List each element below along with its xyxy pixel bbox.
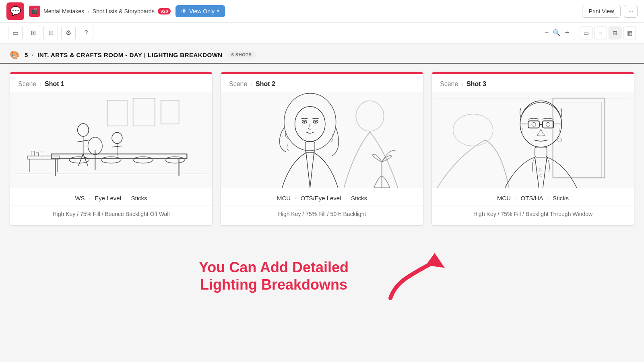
shot-angle-1: Eye Level bbox=[95, 195, 121, 202]
strip-view-button[interactable]: ⊟ bbox=[43, 26, 58, 40]
toolbar: ▭ ⊞ ⊟ ⚙ ? − 🔍 + ▭ ≡ ⊞ ▦ bbox=[0, 23, 644, 43]
shot-card-3: Scene › Shot 3 bbox=[431, 72, 634, 226]
more-options-button[interactable]: ··· bbox=[624, 5, 638, 18]
lighting-notes-1: High Key / 75% Fill / Bounce Backlight O… bbox=[52, 211, 169, 217]
scene-label-1: Scene bbox=[18, 80, 36, 88]
help-button[interactable]: ? bbox=[79, 26, 93, 40]
shots-count-badge: 6 SHOTS bbox=[227, 51, 256, 58]
shot-lighting-1: High Key / 75% Fill / Bounce Backlight O… bbox=[10, 206, 212, 225]
storyboard-sketch-1 bbox=[10, 92, 212, 188]
cta-arrow-icon bbox=[382, 250, 455, 302]
shot-card-header-3: Scene › Shot 3 bbox=[432, 74, 634, 92]
shot-number-label-2: Shot 2 bbox=[256, 80, 275, 88]
svg-rect-38 bbox=[437, 92, 629, 188]
top-bar-right: Print View ··· bbox=[582, 5, 638, 18]
single-view-button[interactable]: ▭ bbox=[8, 26, 23, 40]
version-badge: v20 bbox=[158, 8, 171, 14]
chevron-down-icon: ▾ bbox=[217, 8, 219, 14]
shot-card-header-2: Scene › Shot 2 bbox=[221, 74, 423, 92]
svg-rect-0 bbox=[15, 92, 207, 188]
shots-grid: Scene › Shot 1 bbox=[0, 64, 644, 234]
shot-card-2: Scene › Shot 2 bbox=[221, 72, 423, 226]
shot-meta-3: MCU · OTS/HA · Sticks bbox=[432, 188, 634, 206]
view-mode-list[interactable]: ≡ bbox=[594, 27, 607, 39]
shot-card-header-1: Scene › Shot 1 bbox=[10, 74, 212, 92]
breadcrumb: 🎬 Mental Mistakes › Shot Lists & Storybo… bbox=[29, 6, 171, 17]
svg-rect-28 bbox=[226, 92, 418, 188]
shot-type-1: WS bbox=[75, 195, 85, 202]
project-icon: 🎬 bbox=[29, 6, 40, 17]
cta-section: You Can Add Detailed Lighting Breakdowns bbox=[0, 234, 644, 318]
zoom-controls: − 🔍 + bbox=[545, 29, 569, 37]
storyboard-sketch-2 bbox=[221, 92, 423, 188]
view-mode-single[interactable]: ▭ bbox=[580, 27, 592, 39]
shot-type-2: MCU bbox=[277, 195, 291, 202]
shot-header-separator-3: › bbox=[461, 81, 463, 87]
arrow-container bbox=[382, 250, 455, 302]
cta-text: You Can Add Detailed Lighting Breakdowns bbox=[189, 259, 358, 293]
meta-dot-2b: · bbox=[345, 195, 347, 202]
app-logo-icon: 💬 bbox=[10, 6, 21, 16]
lighting-notes-3: High Key / 75% Fill / Backlight Through … bbox=[473, 211, 592, 217]
svg-point-34 bbox=[303, 121, 305, 123]
meta-dot-1a: · bbox=[89, 195, 91, 202]
meta-dot-1b: · bbox=[125, 195, 127, 202]
toolbar-right: − 🔍 + ▭ ≡ ⊞ ▦ bbox=[545, 27, 636, 39]
view-mode-grid[interactable]: ⊞ bbox=[609, 27, 621, 39]
shot-type-3: MCU bbox=[497, 195, 511, 202]
grid-view-button[interactable]: ⊞ bbox=[26, 26, 40, 40]
shot-image-1 bbox=[10, 92, 212, 188]
shot-equipment-1: Sticks bbox=[131, 195, 147, 202]
shot-angle-2: OTS/Eye Level bbox=[301, 195, 341, 202]
shot-card-1: Scene › Shot 1 bbox=[10, 72, 213, 226]
shot-number-label-1: Shot 1 bbox=[45, 80, 64, 88]
svg-point-35 bbox=[315, 121, 317, 123]
shot-header-separator-1: › bbox=[39, 81, 41, 87]
app-icon: 💬 bbox=[6, 2, 24, 20]
project-name: Mental Mistakes bbox=[43, 8, 84, 14]
storyboard-sketch-3 bbox=[432, 92, 634, 188]
view-only-label: View Only bbox=[189, 8, 215, 14]
lighting-notes-2: High Key / 75% Fill / 50% Backlight bbox=[278, 211, 366, 217]
zoom-search-icon: 🔍 bbox=[553, 29, 561, 37]
shot-lighting-3: High Key / 75% Fill / Backlight Through … bbox=[432, 206, 634, 225]
scene-label-3: Scene bbox=[440, 80, 458, 88]
view-only-button[interactable]: 👁 View Only ▾ bbox=[175, 5, 225, 17]
scene-label-2: Scene bbox=[229, 80, 247, 88]
scene-number: 5 bbox=[25, 51, 28, 58]
view-mode-compact[interactable]: ▦ bbox=[623, 27, 636, 39]
shot-image-2 bbox=[221, 92, 423, 188]
shot-equipment-3: Sticks bbox=[553, 195, 569, 202]
settings-button[interactable]: ⚙ bbox=[61, 26, 76, 40]
zoom-in-button[interactable]: + bbox=[565, 29, 569, 37]
shot-lighting-2: High Key / 75% Fill / 50% Backlight bbox=[221, 206, 423, 225]
shot-equipment-2: Sticks bbox=[351, 195, 367, 202]
print-view-button[interactable]: Print View bbox=[582, 5, 621, 18]
top-bar: 💬 🎬 Mental Mistakes › Shot Lists & Story… bbox=[0, 0, 644, 23]
zoom-out-button[interactable]: − bbox=[545, 29, 549, 37]
eye-icon: 👁 bbox=[181, 8, 187, 14]
breadcrumb-separator: › bbox=[87, 8, 89, 14]
meta-dot-3b: · bbox=[547, 195, 549, 202]
shot-header-separator-2: › bbox=[250, 81, 252, 87]
scene-title-text: INT. ARTS & CRAFTS ROOM - DAY | LIGHTING… bbox=[37, 51, 222, 58]
scene-header: 🎨 5 · INT. ARTS & CRAFTS ROOM - DAY | LI… bbox=[0, 43, 644, 64]
shot-meta-1: WS · Eye Level · Sticks bbox=[10, 188, 212, 206]
view-mode-buttons: ▭ ≡ ⊞ ▦ bbox=[580, 27, 636, 39]
shot-number-label-3: Shot 3 bbox=[466, 80, 486, 88]
scene-icon: 🎨 bbox=[10, 50, 20, 60]
shot-angle-3: OTS/HA bbox=[521, 195, 543, 202]
meta-dot-2a: · bbox=[295, 195, 296, 202]
meta-dot-3a: · bbox=[515, 195, 516, 202]
shot-meta-2: MCU · OTS/Eye Level · Sticks bbox=[221, 188, 423, 206]
section-name: Shot Lists & Storyboards bbox=[93, 8, 155, 14]
scene-title: 5 · INT. ARTS & CRAFTS ROOM - DAY | LIGH… bbox=[25, 51, 223, 58]
shot-image-3 bbox=[432, 92, 634, 188]
